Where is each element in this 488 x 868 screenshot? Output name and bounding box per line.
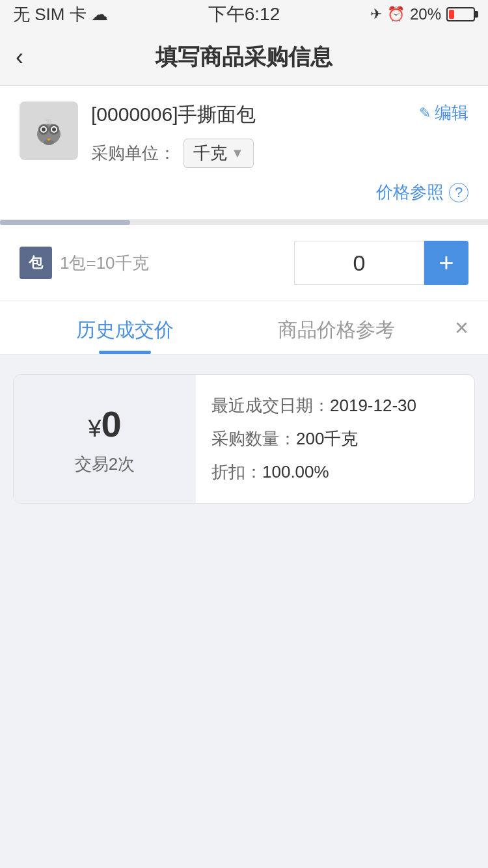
price-ref-link[interactable]: 价格参照 ? <box>376 181 468 204</box>
quantity-detail-value: 200千克 <box>296 429 358 448</box>
tab-history-price[interactable]: 历史成交价 <box>20 301 230 354</box>
svg-text:野: 野 <box>46 118 52 126</box>
product-unit-row: 采购单位： 千克 ▼ <box>91 139 419 168</box>
transaction-price-value: ¥0 <box>88 403 121 445</box>
dropdown-arrow-icon: ▼ <box>231 146 244 161</box>
transaction-price-panel: ¥0 交易2次 <box>14 375 196 503</box>
battery-percent: 20% <box>410 5 441 23</box>
back-button[interactable]: ‹ <box>16 44 23 71</box>
status-time: 下午6:12 <box>208 2 280 27</box>
close-icon: × <box>455 314 468 341</box>
transaction-date-row: 最近成交日期：2019-12-30 <box>211 394 459 417</box>
scroll-indicator <box>0 220 488 225</box>
transaction-card: ¥0 交易2次 最近成交日期：2019-12-30 采购数量：200千克 折扣：… <box>13 374 475 504</box>
quantity-unit-info: 1包=10千克 <box>60 252 149 275</box>
quantity-controls: 0 + <box>294 241 468 285</box>
product-header: 野 [0000006]手撕面包 采购单位： 千克 ▼ ✎ 编辑 <box>20 102 468 168</box>
tab-history-price-label: 历史成交价 <box>76 319 174 340</box>
tab-price-reference-label: 商品价格参考 <box>278 319 395 340</box>
date-label: 最近成交日期： <box>211 396 330 415</box>
transaction-quantity-row: 采购数量：200千克 <box>211 427 459 450</box>
discount-value: 100.00% <box>262 462 329 481</box>
transaction-count: 交易2次 <box>75 453 135 476</box>
price-number: 0 <box>101 403 121 444</box>
page-title: 填写商品采购信息 <box>156 42 332 72</box>
unit-select[interactable]: 千克 ▼ <box>183 139 254 168</box>
price-ref-question-icon: ? <box>449 183 468 202</box>
product-info: [0000006]手撕面包 采购单位： 千克 ▼ <box>91 102 419 168</box>
edit-icon: ✎ <box>419 105 431 122</box>
battery-icon <box>446 7 475 21</box>
content-area: ¥0 交易2次 最近成交日期：2019-12-30 采购数量：200千克 折扣：… <box>0 355 488 868</box>
price-ref-row: 价格参照 ? <box>20 178 468 204</box>
status-right: ✈ ⏰ 20% <box>370 5 475 23</box>
date-value: 2019-12-30 <box>330 396 416 415</box>
plus-icon: + <box>439 249 454 278</box>
status-bar: 无 SIM 卡 ☁ 下午6:12 ✈ ⏰ 20% <box>0 0 488 29</box>
edit-button[interactable]: ✎ 编辑 <box>419 102 468 124</box>
transaction-details: 最近成交日期：2019-12-30 采购数量：200千克 折扣：100.00% <box>196 375 474 503</box>
tab-close-button[interactable]: × <box>442 314 468 342</box>
quantity-input[interactable]: 0 <box>294 241 424 285</box>
product-owl-logo: 野 <box>29 111 68 150</box>
currency-symbol: ¥ <box>88 415 101 442</box>
scroll-thumb <box>0 220 130 225</box>
tab-bar: 历史成交价 商品价格参考 × <box>0 301 488 355</box>
price-ref-label: 价格参照 <box>376 181 444 204</box>
quantity-left: 包 1包=10千克 <box>20 247 149 279</box>
alarm-icon: ⏰ <box>387 6 405 23</box>
transaction-discount-row: 折扣：100.00% <box>211 461 459 483</box>
svg-point-6 <box>52 128 56 131</box>
quantity-label: 采购数量： <box>211 429 296 448</box>
unit-label: 采购单位： <box>91 142 176 165</box>
sim-signal-text: 无 SIM 卡 ☁ <box>13 3 108 26</box>
quantity-unit-box: 包 <box>20 247 52 279</box>
discount-label: 折扣： <box>211 462 262 481</box>
unit-value: 千克 <box>193 142 227 165</box>
product-thumbnail: 野 <box>20 102 78 160</box>
product-left: 野 [0000006]手撕面包 采购单位： 千克 ▼ <box>20 102 419 168</box>
quantity-plus-button[interactable]: + <box>424 241 468 285</box>
svg-point-5 <box>42 128 46 131</box>
product-name: [0000006]手撕面包 <box>91 102 419 128</box>
quantity-unit-icon-label: 包 <box>29 253 43 273</box>
tab-price-reference[interactable]: 商品价格参考 <box>230 301 441 354</box>
status-left: 无 SIM 卡 ☁ <box>13 3 108 26</box>
battery-fill <box>449 10 454 19</box>
quantity-row: 包 1包=10千克 0 + <box>0 225 488 301</box>
tab-underline <box>99 351 151 354</box>
edit-label: 编辑 <box>435 102 468 124</box>
product-card: 野 [0000006]手撕面包 采购单位： 千克 ▼ ✎ 编辑 <box>0 86 488 220</box>
back-icon: ‹ <box>16 44 23 70</box>
location-icon: ✈ <box>370 6 382 23</box>
nav-bar: ‹ 填写商品采购信息 <box>0 29 488 86</box>
quantity-value: 0 <box>353 251 366 276</box>
